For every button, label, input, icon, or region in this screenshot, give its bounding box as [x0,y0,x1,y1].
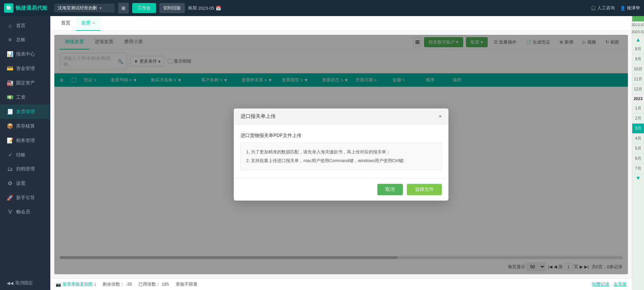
modal-footer: 取消 选择文件 [234,178,448,201]
sidebar-item-salary[interactable]: 💵 工资 [0,90,50,104]
sidebar-label-tax: 税务管理 [16,138,35,144]
cancel-fixed-label: 取消固定 [15,280,33,286]
month-8[interactable]: 8月 [632,44,644,54]
sidebar-label-archive: 归档管理 [16,166,35,172]
modal-info-box: 1. 为了更加精准的数据匹配，请先录入海关缴款书，再上传对应的报关单； 2. 支… [240,143,442,170]
sidebar-item-assets[interactable]: 🏭 固定资产 [0,76,50,90]
sidebar-label-funds: 资金管理 [16,66,35,72]
period-area: 账期 2023-05 📅 [188,5,221,11]
month-11[interactable]: 11月 [632,74,644,84]
modal-select-file-button[interactable]: 选择文件 [407,184,442,195]
modal-instruction-1: 1. 为了更加精准的数据匹配，请先录入海关缴款书，再上传对应的报关单； [246,148,436,156]
collapse-down-icon[interactable]: ▼ [636,174,641,183]
pin-icon: ◀◀ [7,281,13,286]
period-2023-03-b[interactable]: 2023.03 [631,28,644,35]
bottom-right-links: 扣费记录 去充值 [592,281,627,287]
settle-icon: ✓ [7,152,13,158]
tab-invoice[interactable]: 发票 × [76,16,100,31]
sidebar-item-inventory[interactable]: 📦 库存核算 [0,119,50,133]
close-tab-icon[interactable]: × [93,21,95,25]
modal-cancel-button[interactable]: 取消 [377,184,403,195]
sidebar-item-member[interactable]: V 畅会员 [0,205,50,219]
cancel-fixed-btn[interactable]: ◀◀ 取消固定 [0,276,50,290]
sidebar-label-settings: 设置 [16,180,25,187]
page-body: 销项发票 进项发票 费用小票 ⊞ 税务数字账户 ▾ [54,35,628,274]
period-value: 2023-05 [198,6,214,11]
company-selector[interactable]: 沈海芙测试经营勿删 ▼ [54,4,115,12]
query-label: 查验不限量 [176,281,198,287]
content-area: ⌂ 首页 ≡ 总账 📊 报表中心 💳 资金管理 🏭 固定资产 💵 工资 🧾 发票… [0,16,644,290]
sidebar-label-member: 畅会员 [16,209,30,215]
company-name: 沈海芙测试经营勿删 [58,5,97,11]
bottom-bar: 📷 发票查验及拍照 ℹ 剩余张数： -35 已用张数： 195 查验不限量 扣费… [50,278,632,290]
sidebar-item-home[interactable]: ⌂ 首页 [0,19,50,33]
support-area[interactable]: 🎧 人工咨询 [591,5,615,11]
sidebar-label-assets: 固定资产 [16,80,35,86]
period-2023-03-a[interactable]: 2023.03 [631,21,644,28]
month-7[interactable]: 7月 [632,164,644,174]
chevron-down-icon: ▼ [99,6,102,10]
sidebar-item-guide[interactable]: 🚀 新手引导 [0,191,50,205]
tab-bar: 首页 发票 × [50,16,632,31]
modal-section-title: 进口货物报关单PDF文件上传 [240,133,442,139]
month-3[interactable]: 3月 [632,124,644,134]
sidebar-item-settings[interactable]: ⚙ 设置 [0,176,50,191]
sidebar-item-tax[interactable]: 📝 税务管理 [0,133,50,148]
settings-icon: ⚙ [7,180,13,187]
tax-icon: 📝 [7,137,13,144]
main-content: 首页 发票 × 销项发票 进项发票 费用小票 [50,16,632,290]
month-5[interactable]: 5月 [632,144,644,154]
iife-placeholder: IIfe [180,3,187,9]
user-icon: 👤 [620,6,626,11]
sidebar-item-reports[interactable]: 📊 报表中心 [0,47,50,61]
reports-icon: 📊 [7,51,13,57]
info-icon[interactable]: ℹ [94,282,96,287]
home-icon: ⌂ [7,23,13,29]
modal-body: 进口货物报关单PDF文件上传 1. 为了更加精准的数据匹配，请先录入海关缴款书，… [234,125,448,178]
user-area[interactable]: 👤 徐泽华 [620,5,640,11]
workspace-button[interactable]: 工作台 [132,3,156,13]
right-panel: 开票日期 2023.03 2023.03 ▲ 8月 9月 10月 11月 12月… [632,16,644,290]
modal-header: 进口报关单上传 × [234,108,448,125]
support-label: 人工咨询 [597,5,615,11]
check-label[interactable]: 发票查验及拍照 [62,281,93,287]
invoice-icon: 🧾 [7,108,13,115]
sidebar-label-inventory: 库存核算 [16,123,35,129]
modal-instruction-2: 2. 支持批量上传进口报关单，mac用户使用Command键，windows用户… [246,156,436,165]
company-icon-btn[interactable]: ⊞ [118,3,129,13]
month-list: 8月 9月 10月 11月 12月 2023 1月 2月 3月 4月 5月 6月… [632,44,644,174]
tab-home[interactable]: 首页 [56,16,76,31]
headset-icon: 🎧 [591,6,596,11]
funds-icon: 💳 [7,65,13,72]
sidebar-item-archive[interactable]: 🗂 归档管理 [0,162,50,176]
month-6[interactable]: 6月 [632,154,644,164]
month-2[interactable]: 2月 [632,114,644,124]
salary-icon: 💵 [7,94,13,100]
sidebar-label-salary: 工资 [16,94,25,100]
invoice-check-area: 📷 发票查验及拍照 ℹ [56,281,96,287]
open-date-label[interactable]: 开票日期 [632,16,644,21]
year-2023[interactable]: 2023 [632,94,644,103]
period-prefix: 账期 [188,5,197,11]
month-12[interactable]: 12月 [632,84,644,94]
month-4[interactable]: 4月 [632,134,644,144]
sidebar-item-funds[interactable]: 💳 资金管理 [0,61,50,76]
sidebar-item-settle[interactable]: ✓ 结账 [0,148,50,162]
month-10[interactable]: 10月 [632,64,644,74]
recharge-link[interactable]: 去充值 [613,281,627,287]
calendar-icon[interactable]: 📅 [216,6,221,11]
month-9[interactable]: 9月 [632,54,644,64]
check-icon: 📷 [56,282,61,287]
modal-close-button[interactable]: × [439,114,442,120]
top-header: 畅 畅捷通易代账 沈海芙测试经营勿删 ▼ ⊞ 工作台 切到旧版 账期 2023-… [0,0,644,16]
month-1[interactable]: 1月 [632,103,644,114]
tab-home-label: 首页 [61,20,70,26]
guide-icon: 🚀 [7,195,13,201]
sidebar-item-invoice[interactable]: 🧾 发票管理 [0,104,50,119]
logo-icon: 畅 [4,3,13,13]
login-record-link[interactable]: 扣费记录 [592,281,609,287]
sidebar-item-ledger[interactable]: ≡ 总账 [0,33,50,47]
logo-text: 畅捷通易代账 [15,5,48,12]
archive-icon: 🗂 [7,166,13,172]
expand-up-icon[interactable]: ▲ [636,35,641,44]
